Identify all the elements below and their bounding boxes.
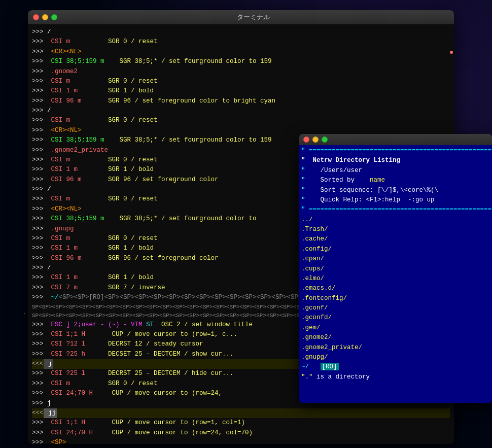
prompt: >>>	[32, 106, 44, 116]
csi-label: CSI 96 m	[44, 175, 82, 185]
prompt: >>>	[32, 379, 44, 389]
prompt: >>>	[32, 428, 44, 438]
prompt: >>>	[32, 438, 44, 444]
prompt: >>>	[32, 47, 44, 57]
netrw-dir-item[interactable]: .gnome2/	[301, 333, 490, 342]
sgr-desc: CUP / move cursor to (row=24,	[93, 389, 222, 398]
maximize-button[interactable]	[51, 14, 57, 20]
csi-label: CSI 38;5;159 m	[44, 135, 104, 145]
prompt: >>>	[32, 350, 44, 359]
prompt: >>>	[32, 77, 44, 86]
netrw-dir-item[interactable]: .gconfd/	[301, 313, 490, 323]
prompt: >>>	[32, 204, 44, 214]
netrw-dir-item[interactable]: .cache/	[301, 234, 490, 244]
netrw-dir-item[interactable]: .gconf/	[301, 303, 490, 313]
terminal-line: >>> CSI 1 m SGR 1 / bold	[32, 86, 450, 96]
prompt: >>>	[32, 330, 44, 339]
sgr-desc: SGR 1 / bold	[78, 273, 154, 283]
netrw-path-line: " /Users/user	[301, 166, 490, 176]
terminal-input-line: <<< jj	[32, 408, 450, 418]
csi-label: CSI 7 m	[44, 283, 78, 293]
netrw-dir-item[interactable]: .fontconfig/	[301, 294, 490, 303]
prompt: >>>	[32, 116, 44, 125]
terminal-line: >>> /	[32, 27, 450, 37]
csi-label: CSI ?12 l	[44, 339, 86, 349]
netrw-dir-item[interactable]: .cpan/	[301, 254, 490, 264]
csi-label: CSI 96 m	[44, 254, 82, 263]
netrw-quickhelp-line: " Quick Help: <F1>:help -:go up	[301, 195, 490, 205]
terminal-line: >>> CSI 24;70 H CUP / move cursor to (ro…	[32, 428, 450, 438]
netrw-dir-item[interactable]: ../	[301, 215, 490, 225]
sgr-desc: SGR 0 / reset	[70, 194, 158, 204]
window-title: ターミナル	[57, 13, 449, 22]
sgr-desc: SGR 7 / inverse	[78, 283, 165, 293]
gnome-label: .gnome2_private	[44, 146, 109, 155]
sgr-desc: SGR 96 / set foreground color	[82, 254, 219, 263]
prompt: >>>	[32, 224, 44, 234]
csi-label: CSI 38;5;159 m	[44, 57, 104, 66]
netrw-dir-item[interactable]: .gem/	[301, 323, 490, 333]
terminal-line: >>> CSI m SGR 0 / reset	[32, 37, 450, 47]
sgr-desc: SGR 38;5;* / set fourground color to 159	[104, 57, 272, 66]
input-value: j	[44, 359, 53, 369]
netrw-status-line: ~/ [RO]	[301, 362, 490, 372]
prompt: >>>	[32, 175, 44, 185]
prompt: >>>	[32, 185, 44, 194]
sgr-desc: SGR 0 / reset	[70, 155, 158, 165]
netrw-header: " Netrw Directory Listing	[301, 156, 490, 165]
line-content: j	[44, 399, 51, 408]
osc-desc: OSC 2 / set window title	[154, 320, 253, 330]
sgr-desc: SGR 0 / reset	[70, 37, 158, 47]
prompt: >>>	[32, 399, 44, 408]
sp-label: <SP>	[44, 438, 66, 444]
sgr-desc: SGR 38;5;* / set fourground color to 159	[104, 135, 272, 145]
terminal-line: >>> CSI 1;1 H CUP / move cursor to (row=…	[32, 418, 450, 428]
prompt: >>>	[32, 339, 44, 349]
prompt: >>>	[32, 254, 44, 263]
prompt: >>>	[32, 126, 44, 135]
crnl-label: <CR><NL>	[44, 126, 82, 135]
prompt: >>>	[32, 389, 44, 398]
input-prompt: <<<	[32, 359, 44, 369]
sgr-desc: SGR 0 / reset	[70, 234, 158, 244]
prompt: >>>	[32, 37, 44, 47]
prompt: >>>	[32, 96, 44, 106]
line-content: /	[44, 27, 51, 37]
terminal-line: >>> CSI 96 m SGR 96 / set foreground col…	[32, 96, 450, 106]
crnl-label: <CR><NL>	[44, 204, 82, 214]
prompt: >>>	[32, 57, 44, 66]
netrw-maximize-button[interactable]	[322, 136, 328, 143]
minimize-button[interactable]	[42, 14, 48, 20]
netrw-dir-item[interactable]: .elmo/	[301, 274, 490, 284]
csi-label: CSI ?25 h	[44, 350, 86, 359]
netrw-dir-item[interactable]: .config/	[301, 245, 490, 254]
sgr-desc: SGR 96 / set foreground color	[82, 175, 219, 185]
close-button[interactable]	[33, 14, 39, 20]
input-value: jj	[44, 408, 57, 418]
prompt: >>>	[32, 369, 44, 378]
netrw-dir-item[interactable]: .cups/	[301, 264, 490, 274]
main-titlebar: ターミナル	[28, 10, 454, 24]
csi-label: CSI m	[44, 194, 71, 204]
csi-label: CSI 24;70 H	[44, 428, 93, 438]
netrw-minimize-button[interactable]	[312, 136, 319, 143]
terminal-line: >>> CSI m SGR 0 / reset	[32, 116, 450, 125]
csi-label: CSI m	[44, 155, 71, 165]
prompt: >>>	[32, 320, 44, 330]
netrw-dir-item[interactable]: .emacs.d/	[301, 284, 490, 293]
csi-label: CSI 1;1 H	[44, 330, 86, 339]
csi-label: CSI 1 m	[44, 86, 78, 96]
crnl-label: <CR><NL>	[44, 47, 82, 57]
terminal-line: >>> <SP>	[32, 438, 450, 444]
netrw-dir-item[interactable]: .gnome2_private/	[301, 343, 490, 353]
sgr-desc: CUP / move cursor to (row=1, col=1)	[85, 418, 245, 428]
csi-label: CSI m	[44, 77, 71, 86]
prompt: >>>	[32, 283, 44, 293]
netrw-dir-item[interactable]: .Trash/	[301, 225, 490, 234]
netrw-traffic-lights	[303, 136, 328, 143]
netrw-dir-item[interactable]: .gnupg/	[301, 353, 490, 362]
scrollbar-indicator[interactable]	[450, 51, 453, 54]
netrw-close-button[interactable]	[303, 136, 309, 143]
netrw-window[interactable]: " ======================================…	[299, 134, 492, 403]
sgr-desc: SGR 1 / bold	[78, 165, 154, 175]
